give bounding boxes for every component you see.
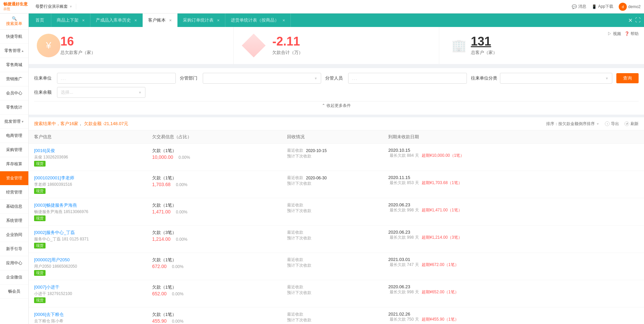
tab-products-off[interactable]: 商品上下架 ✕ [51,13,90,27]
debt-amount: 10,000.00 [152,154,173,160]
customer-name[interactable]: [0007]小进干 [34,284,152,290]
sidebar-item-vip[interactable]: 畅会员 [0,285,28,299]
sidebar-item-batch-mgmt[interactable]: 批发管理 ▼ [0,115,28,129]
expand-icon[interactable]: ⛶ [635,17,641,23]
sidebar-item-corp-collab[interactable]: 企业协同 [0,228,28,242]
debt-row: 1,471.00 0.00% [152,208,287,215]
customer-contact: 李老师 18600391516 [34,182,152,187]
sidebar-item-system[interactable]: 系统管理 [0,214,28,228]
sidebar-item-corp-wechat[interactable]: 企业微信 [0,270,28,285]
last-collection-label: 最近收款 [287,230,303,235]
sidebar-item-finance[interactable]: 资金管理 [0,171,28,185]
sidebar-item-retail-stats[interactable]: 零售统计 [0,100,28,115]
customer-info-cell: [0003]畅捷服务尹海燕 畅捷服务尹海燕 18513066976 现货 [34,202,152,221]
sidebar-item-retail-mgmt[interactable]: 零售管理 ▲ [0,44,28,58]
close-all-tabs-button[interactable]: ✕ [628,17,633,24]
debt-info-cell: 欠款（1笔） 455.90 0.00% [152,312,287,324]
dept-select[interactable]: ▼ [203,73,321,84]
sidebar-search[interactable]: 🔍 搜索菜单 [0,13,28,30]
tab-close-purchase-by-product[interactable]: ✕ [282,19,285,22]
customer-name[interactable]: [0002]服务中心_丁磊 [34,230,152,236]
overdue-days: 最长欠款 998 天 [390,289,419,295]
industry-select[interactable]: 母婴行业演示账套 ▼ [32,4,76,9]
customer-name[interactable]: [0003]畅捷服务尹海燕 [34,202,152,208]
next-collection: 预计下次收款 [287,235,388,241]
chevron-down-icon: ▼ [138,91,142,94]
sidebar-item-purchase[interactable]: 采购管理 [0,143,28,157]
sidebar-item-basic-info[interactable]: 基础信息 [0,200,28,214]
debt-amount: 652.00 [152,291,167,296]
source-unit-input[interactable]: ... [57,73,176,84]
tab-product-history[interactable]: 产成品入库单历史 ✕ [90,13,143,27]
tab-close-products-off[interactable]: ✕ [82,19,85,22]
tab-close-customer-account[interactable]: ✕ [169,19,172,22]
unit-category-select[interactable]: ▼ [500,73,613,84]
debt-amount: 1,471.00 [152,209,171,214]
manager-input[interactable]: ... [348,73,467,84]
logo-sub: 示范 [3,7,28,11]
tab-purchase-stats[interactable]: 采购订单统计表 ✕ [177,13,225,27]
top-right: 💬 消息 📱 App下载 d demo2 [572,3,641,11]
sidebar-item-quick-nav[interactable]: 快捷导航 [0,30,28,44]
customer-tag: 现货 [34,243,46,248]
tab-purchase-by-product[interactable]: 进货单统计表（按商品） ✕ [225,13,291,27]
source-unit-label: 往来单位 [34,75,54,81]
customer-name[interactable]: [000002]用户2050 [34,257,152,263]
results-header: 搜索结果中，客户16家， 欠款金额 -21,148.07元 排序：按欠款金额倒序… [29,117,644,130]
export-icon: ↑ [605,121,610,126]
overdue-cell: 2020.06.23 最长欠款 998 天 超期¥1,471.00（1笔） [388,202,639,221]
overdue-link[interactable]: 超期¥10,000.00（1笔） [422,153,465,158]
overdue-link[interactable]: 超期¥1,703.68（1笔） [422,180,462,186]
customer-name[interactable]: [0001020001]李老师 [34,175,152,181]
filter-row-2: 往来余额 选择... ▼ [34,87,639,98]
customer-contact: 畅捷服务尹海燕 18513066976 [34,209,152,215]
user-avatar[interactable]: d demo2 [619,3,641,11]
last-collection-label: 最近收款 [287,312,303,317]
customer-name[interactable]: [0016]吴俊 [34,148,152,154]
overdue-link[interactable]: 超期¥652.00（1笔） [422,289,459,295]
sort-select[interactable]: 排序：按欠款金额倒序排序 ▼ [546,121,599,127]
overdue-date: 2021.02.26 [388,312,639,317]
message-icon: 💬 [572,4,577,9]
tab-close-purchase-stats[interactable]: ✕ [217,19,220,22]
overdue-link[interactable]: 超期¥1,471.00（1笔） [422,207,462,213]
collapse-filters-button[interactable]: ⌃ 收起更多条件 [34,101,639,110]
sidebar-item-newbie[interactable]: 新手引导 [0,242,28,256]
debt-customers-label: 总欠款客户（家） [60,50,95,56]
sidebar-item-app-center[interactable]: 应用中心 [0,256,28,270]
sidebar-item-operations[interactable]: 经营管理 [0,185,28,200]
sidebar-item-retail-mall[interactable]: 零售商城 [0,58,28,72]
overdue-link[interactable]: 超期¥1,214.00（3笔） [422,235,462,240]
diamond-icon [242,34,266,58]
app-download-button[interactable]: 📱 App下载 [592,4,613,9]
total-debt-label: 欠款合计（万） [272,50,303,56]
tab-close-product-history[interactable]: ✕ [134,19,137,22]
message-button[interactable]: 💬 消息 [572,4,586,9]
customer-info-cell: [0006]去下粮仓 去下粮仓 陈小希 现货 [34,312,152,324]
tab-home[interactable]: 首页 [29,13,51,27]
customer-name[interactable]: [0006]去下粮仓 [34,312,152,318]
overdue-cell: 2020.11.15 最长欠款 853 天 超期¥1,703.68（1笔） [388,175,639,194]
sidebar-item-ecommerce[interactable]: 电商管理 [0,129,28,143]
overdue-link[interactable]: 超期¥672.00（1笔） [422,262,459,268]
chevron-down-icon: ▼ [596,122,599,126]
overdue-link[interactable]: 超期¥455.90（1笔） [422,317,459,322]
sidebar-item-warehouse[interactable]: 库存核算 [0,157,28,171]
tab-customer-account[interactable]: 客户账本 ✕ [143,13,177,27]
balance-select[interactable]: 选择... ▼ [57,87,145,98]
sidebar-item-member[interactable]: 会员中心 [0,86,28,100]
building-icon: 🏢 [447,34,471,57]
export-button[interactable]: ↑ 导出 [605,121,619,127]
video-button[interactable]: ▷ 视频 [608,31,621,37]
search-button[interactable]: 查询 [616,73,639,83]
sidebar-nav: 零售管理 ▲ 零售商城 营销推广 会员中心 零售统计 批发管理 ▼ [0,44,28,299]
debt-count: 欠款（1笔） [152,202,287,208]
manager-label: 分管人员 [325,75,345,81]
help-button[interactable]: ❓ 帮助 [624,31,639,37]
refresh-button[interactable]: ↺ 刷新 [624,121,639,127]
customer-contact: 服务中心_丁磊 181 0125 8371 [34,236,152,242]
customer-info-cell: [0001020001]李老师 李老师 18600391516 现货 [34,175,152,194]
top-bar: 畅捷通好生意 示范 母婴行业演示账套 ▼ 💬 消息 📱 App下载 d demo… [0,0,644,13]
sidebar-item-marketing[interactable]: 营销推广 [0,72,28,86]
customer-tag: 现货 [34,188,46,194]
